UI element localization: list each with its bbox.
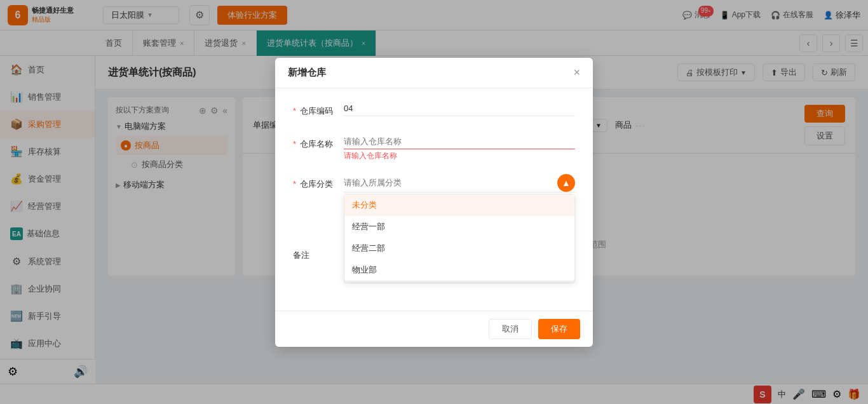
dialog-title: 新增仓库 — [288, 67, 326, 79]
dialog-header: 新增仓库 × — [275, 58, 593, 88]
add-warehouse-dialog: 新增仓库 × * 仓库编码 * 仓库名称 — [275, 58, 593, 347]
warehouse-name-field: * 仓库名称 请输入仓库名称 — [293, 134, 575, 161]
dropdown-item-unclassified[interactable]: 未分类 — [344, 194, 574, 216]
dialog-footer: 取消 保存 — [275, 311, 593, 347]
warehouse-category-input[interactable] — [344, 175, 557, 190]
save-button[interactable]: 保存 — [538, 319, 580, 339]
warehouse-name-control: 请输入仓库名称 — [344, 134, 575, 161]
category-dropdown-list: 未分类 经营一部 经营二部 物业部 — [344, 194, 575, 281]
dropdown-item-ops1[interactable]: 经营一部 — [344, 216, 574, 238]
dropdown-item-ops2[interactable]: 经营二部 — [344, 238, 574, 259]
modal-overlay: 新增仓库 × * 仓库编码 * 仓库名称 — [0, 0, 868, 404]
warehouse-category-control: ▲ 未分类 经营一部 经营二部 物业部 — [344, 174, 575, 192]
dialog-body: * 仓库编码 * 仓库名称 请输入仓库名称 — [275, 88, 593, 311]
warehouse-notes-label: 备注 — [293, 245, 344, 266]
category-dropdown-button[interactable]: ▲ — [557, 174, 575, 192]
cancel-button[interactable]: 取消 — [489, 319, 532, 339]
warehouse-category-field: * 仓库分类 ▲ 未分类 经营一部 经营二部 物业部 — [293, 174, 575, 194]
warehouse-name-label: * 仓库名称 — [293, 134, 344, 154]
dropdown-item-property[interactable]: 物业部 — [344, 259, 574, 281]
warehouse-name-error: 请输入仓库名称 — [344, 151, 575, 161]
warehouse-code-control — [344, 101, 575, 116]
warehouse-name-input[interactable] — [344, 134, 575, 149]
warehouse-category-label: * 仓库分类 — [293, 174, 344, 194]
warehouse-code-field: * 仓库编码 — [293, 101, 575, 121]
dialog-close-button[interactable]: × — [573, 67, 580, 78]
warehouse-code-label: * 仓库编码 — [293, 101, 344, 121]
warehouse-code-input[interactable] — [344, 101, 575, 116]
category-input-wrapper: ▲ — [344, 174, 575, 192]
